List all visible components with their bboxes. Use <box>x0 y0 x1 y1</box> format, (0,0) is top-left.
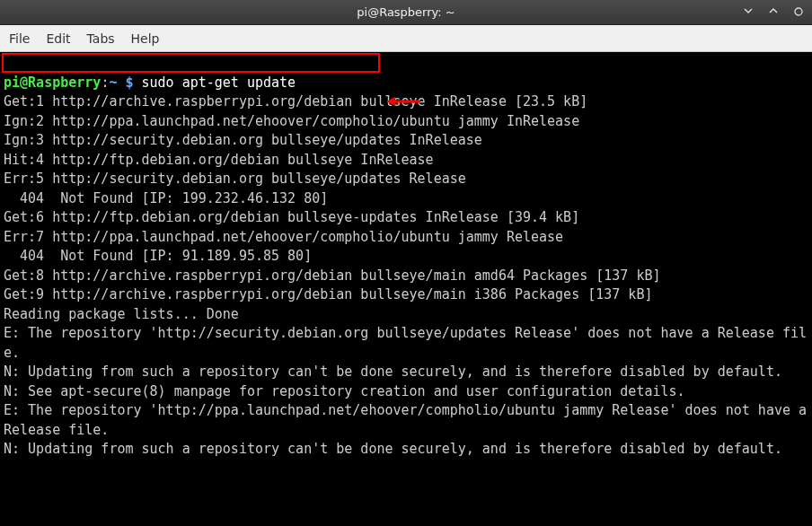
close-icon[interactable] <box>792 6 805 19</box>
terminal-output[interactable]: pi@Raspberry:~ $ sudo apt-get update Get… <box>0 52 812 526</box>
menu-file[interactable]: File <box>9 31 30 46</box>
output-line: E: The repository 'http://security.debia… <box>4 325 807 361</box>
maximize-icon[interactable] <box>767 5 780 19</box>
output-line: N: Updating from such a repository can't… <box>4 364 782 380</box>
output-line: Get:8 http://archive.raspberrypi.org/deb… <box>4 267 661 284</box>
output-line: Err:5 http://security.debian.org bullsey… <box>4 171 466 187</box>
output-line: N: Updating from such a repository can't… <box>4 441 782 457</box>
output-line: Err:7 http://ppa.launchpad.net/ehoover/c… <box>4 229 563 245</box>
prompt-user-host: pi@Raspberry <box>4 75 101 91</box>
output-line: Ign:3 http://security.debian.org bullsey… <box>4 132 482 148</box>
output-line: Ign:2 http://ppa.launchpad.net/ehoover/c… <box>4 113 579 129</box>
output-line: Hit:4 http://ftp.debian.org/debian bulls… <box>4 152 434 168</box>
menu-help[interactable]: Help <box>131 31 160 46</box>
window-titlebar: pi@Raspberry: ~ <box>0 0 812 25</box>
prompt-dollar: $ <box>117 75 141 91</box>
output-line: Get:1 http://archive.raspberrypi.org/deb… <box>4 93 587 110</box>
output-line: Reading package lists... Done <box>4 306 239 322</box>
menu-tabs[interactable]: Tabs <box>87 31 115 46</box>
output-line: E: The repository 'http://ppa.launchpad.… <box>4 402 812 438</box>
output-line: 404 Not Found [IP: 91.189.95.85 80] <box>4 248 312 264</box>
minimize-icon[interactable] <box>742 5 755 19</box>
command-text: sudo apt-get update <box>142 75 296 91</box>
window-title: pi@Raspberry: ~ <box>357 5 455 19</box>
output-line: N: See apt-secure(8) manpage for reposit… <box>4 383 685 399</box>
output-line: 404 Not Found [IP: 199.232.46.132 80] <box>4 190 328 206</box>
menu-edit[interactable]: Edit <box>46 31 70 46</box>
menu-bar: File Edit Tabs Help <box>0 25 812 52</box>
svg-point-0 <box>795 8 802 15</box>
window-controls <box>742 0 805 24</box>
output-line: Get:9 http://archive.raspberrypi.org/deb… <box>4 286 652 302</box>
highlight-rectangle <box>2 53 380 73</box>
output-line: Get:6 http://ftp.debian.org/debian bulls… <box>4 209 579 225</box>
